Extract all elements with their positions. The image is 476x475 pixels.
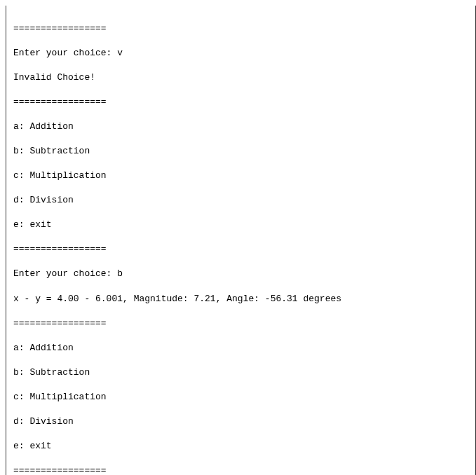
menu-item-c: c: Multiplication xyxy=(13,391,468,404)
user-input: b xyxy=(117,268,123,279)
menu-item-b: b: Subtraction xyxy=(13,145,468,158)
menu-item-a: a: Addition xyxy=(13,121,468,133)
user-input: v xyxy=(117,48,123,58)
menu-item-a: a: Addition xyxy=(13,342,468,354)
separator-line: ================= xyxy=(13,96,468,109)
menu-item-c: c: Multiplication xyxy=(13,170,468,182)
result-line: x - y = 4.00 - 6.00i, Magnitude: 7.21, A… xyxy=(13,293,468,305)
separator-line: ================= xyxy=(13,243,468,256)
prompt-line: Enter your choice: b xyxy=(13,268,468,280)
menu-item-e: e: exit xyxy=(13,440,468,453)
prompt-label: Enter your choice: xyxy=(13,48,117,58)
separator-line: ================= xyxy=(13,22,468,35)
prompt-line: Enter your choice: v xyxy=(13,47,468,60)
invalid-choice-message: Invalid Choice! xyxy=(13,71,468,84)
menu-item-d: d: Division xyxy=(13,415,468,428)
terminal-output: ================= Enter your choice: v I… xyxy=(6,6,476,475)
prompt-label: Enter your choice: xyxy=(13,268,117,279)
menu-item-b: b: Subtraction xyxy=(13,366,468,379)
separator-line: ================= xyxy=(13,317,468,330)
menu-item-e: e: exit xyxy=(13,219,468,231)
menu-item-d: d: Division xyxy=(13,194,468,207)
separator-line: ================= xyxy=(13,464,468,475)
